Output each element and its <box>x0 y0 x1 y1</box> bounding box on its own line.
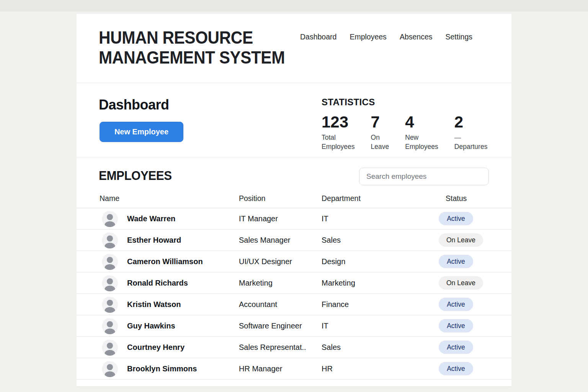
employee-department: IT <box>322 214 328 223</box>
employee-name: Kristin Watson <box>127 300 181 309</box>
employee-department: HR <box>322 364 333 373</box>
person-icon <box>102 254 118 270</box>
stat-value: 4 <box>405 114 438 131</box>
table-row[interactable]: Esther Howard Sales Manager Sales On Lea… <box>77 230 511 251</box>
top-banner <box>0 0 588 11</box>
new-employee-button[interactable]: New Employee <box>100 122 183 142</box>
employee-department: Finance <box>322 300 349 309</box>
app-header: HUMAN RESOURCE MANAGEMENT SYSTEM Dashboa… <box>77 14 511 83</box>
employee-department: Design <box>322 257 345 266</box>
column-header-position: Position <box>239 194 265 203</box>
table-row[interactable]: Ronald Richards Marketing Marketing On L… <box>77 273 511 294</box>
app-title-line1: HUMAN RESOURCE <box>99 28 253 47</box>
employee-name: Wade Warren <box>127 214 175 223</box>
status-badge: Active <box>439 341 473 354</box>
stat-total-employees: 123 Total Employees <box>322 114 355 151</box>
avatar <box>102 275 118 291</box>
column-header-department: Department <box>322 194 361 203</box>
person-icon <box>102 232 118 248</box>
employee-position: Software Engineer <box>239 322 302 330</box>
table-row[interactable]: Brooklyn Simmons HR Manager HR Active <box>77 358 511 380</box>
dashboard-heading: Dashboard <box>99 97 169 113</box>
stat-dash: — <box>454 133 488 142</box>
employees-heading: EMPLOYEES <box>99 168 172 183</box>
person-icon <box>102 361 118 377</box>
stat-value: 123 <box>322 114 355 131</box>
employee-position: Accountant <box>239 300 277 309</box>
employee-name: Brooklyn Simmons <box>127 364 197 373</box>
stat-label: New Employees <box>405 133 438 151</box>
app-window: HUMAN RESOURCE MANAGEMENT SYSTEM Dashboa… <box>77 14 511 386</box>
app-title: HUMAN RESOURCE MANAGEMENT SYSTEM <box>99 28 285 67</box>
status-badge: Active <box>439 255 473 268</box>
table-row[interactable]: Guy Hawkins Software Engineer IT Active <box>77 315 511 337</box>
employee-position: IT Manager <box>239 214 278 223</box>
avatar <box>102 340 118 356</box>
person-icon <box>102 340 118 356</box>
person-icon <box>102 297 118 313</box>
employee-department: Sales <box>322 236 341 245</box>
stat-value: 7 <box>371 114 389 131</box>
status-badge: Active <box>439 298 473 311</box>
avatar <box>102 232 118 248</box>
search-input[interactable] <box>359 168 489 185</box>
employee-position: HR Manager <box>239 364 282 373</box>
employee-name: Courtney Henry <box>127 343 185 352</box>
avatar <box>102 297 118 313</box>
main-nav: Dashboard Employees Absences Settings <box>300 33 472 41</box>
stat-label: Total Employees <box>322 133 355 151</box>
employee-name: Cameron Williamson <box>127 257 203 266</box>
employee-name: Ronald Richards <box>127 279 188 287</box>
employee-department: IT <box>322 322 328 330</box>
employee-position: Marketing <box>239 279 273 287</box>
employees-table: Wade Warren IT Manager IT Active Esther … <box>77 208 511 380</box>
employee-department: Sales <box>322 343 341 352</box>
employee-position: UI/UX Designer <box>239 257 292 266</box>
nav-item-settings[interactable]: Settings <box>446 33 472 41</box>
dashboard-section: Dashboard New Employee STATISTICS 123 To… <box>77 83 511 157</box>
person-icon <box>102 211 118 227</box>
person-icon <box>102 275 118 291</box>
column-header-status: Status <box>446 194 467 203</box>
statistics-heading: STATISTICS <box>322 97 487 108</box>
stat-on-leave: 7 On Leave <box>371 114 389 151</box>
table-row[interactable]: Cameron Williamson UI/UX Designer Design… <box>77 251 511 273</box>
avatar <box>102 361 118 377</box>
status-badge: Active <box>439 212 473 225</box>
table-row[interactable]: Courtney Henry Sales Representat.. Sales… <box>77 337 511 358</box>
stat-label: Departures <box>454 142 488 151</box>
nav-item-dashboard[interactable]: Dashboard <box>300 33 336 41</box>
employees-section: EMPLOYEES Name Position Department Statu… <box>77 157 511 385</box>
person-icon <box>102 318 118 334</box>
nav-item-absences[interactable]: Absences <box>400 33 433 41</box>
stat-value: 2 <box>454 114 488 131</box>
avatar <box>102 254 118 270</box>
employee-name: Guy Hawkins <box>127 322 175 330</box>
status-badge: Active <box>439 362 473 376</box>
column-header-name: Name <box>100 194 119 203</box>
statistics-row: 123 Total Employees 7 On Leave 4 New Emp… <box>322 114 487 151</box>
status-badge: Active <box>439 319 473 333</box>
nav-item-employees[interactable]: Employees <box>350 33 386 41</box>
statistics-panel: STATISTICS 123 Total Employees 7 On Leav… <box>322 97 487 151</box>
app-title-line2: MANAGEMENT SYSTEM <box>99 47 285 67</box>
avatar <box>102 318 118 334</box>
employee-department: Marketing <box>322 279 355 287</box>
employee-position: Sales Representat.. <box>239 343 306 352</box>
stat-departures: 2 — Departures <box>454 114 488 151</box>
avatar <box>102 211 118 227</box>
status-badge: On Leave <box>439 276 483 290</box>
stat-label: On Leave <box>371 133 389 151</box>
table-row[interactable]: Kristin Watson Accountant Finance Active <box>77 294 511 315</box>
status-badge: On Leave <box>439 234 483 247</box>
employee-position: Sales Manager <box>239 236 291 245</box>
employee-name: Esther Howard <box>127 236 181 245</box>
table-row[interactable]: Wade Warren IT Manager IT Active <box>77 208 511 230</box>
stat-new-employees: 4 New Employees <box>405 114 438 151</box>
